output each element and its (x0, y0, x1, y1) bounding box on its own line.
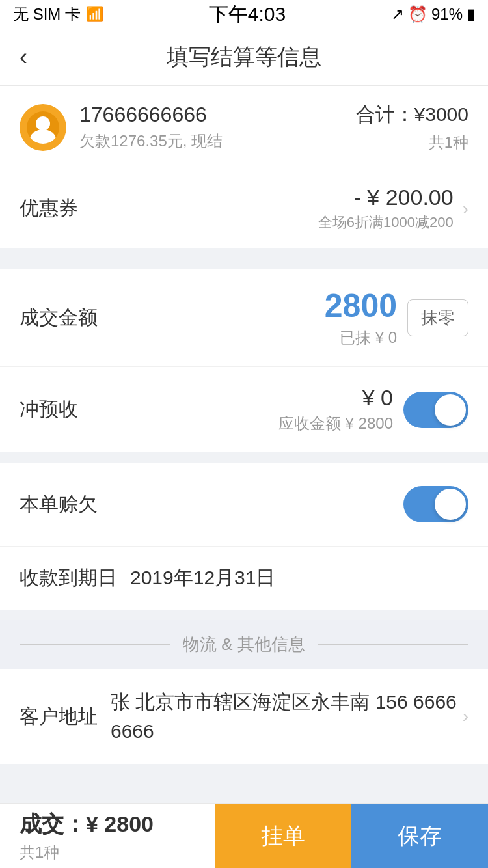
deal-sub: 已抹 ¥ 0 (325, 327, 397, 348)
customer-card: 17666666666 欠款1276.35元, 现结 合计：¥3000 共1种 … (0, 86, 488, 248)
sim-status: 无 SIM 卡 (13, 4, 81, 25)
customer-debt: 欠款1276.35元, 现结 (79, 131, 223, 152)
customer-phone: 17666666666 (79, 103, 223, 127)
duedate-label: 收款到期日 (20, 565, 117, 591)
deferred-row: 本单赊欠 (0, 463, 488, 546)
bottom-deal-value: ¥ 2800 (86, 811, 154, 836)
battery-icon: ▮ (467, 5, 475, 23)
avatar-icon (27, 111, 59, 144)
total-amount: 合计：¥3000 (356, 102, 468, 128)
bottom-bar: 成交：¥ 2800 共1种 挂单 保存 (0, 803, 488, 868)
deal-label: 成交金额 (20, 305, 98, 331)
precollect-toggle[interactable] (403, 392, 468, 428)
address-value: 张 北京市市辖区海淀区永丰南 156 6666 6666 (111, 687, 460, 746)
battery-level: 91% (431, 5, 463, 23)
deferred-toggle[interactable] (403, 486, 468, 522)
status-time: 下午4:03 (209, 1, 286, 28)
precollect-sub: 应收金额 ¥ 2800 (278, 413, 393, 434)
bottom-info: 成交：¥ 2800 共1种 (0, 809, 215, 863)
status-right: ↗ ⏰ 91% ▮ (391, 5, 475, 23)
duedate-row: 收款到期日 2019年12月31日 (0, 546, 488, 610)
customer-left: 17666666666 欠款1276.35元, 现结 (20, 103, 223, 152)
customer-info: 17666666666 欠款1276.35元, 现结 (79, 103, 223, 152)
bottom-count: 共1种 (20, 842, 195, 863)
avatar (20, 104, 66, 151)
sep-line-right (318, 644, 468, 645)
wifi-icon: 📶 (86, 6, 103, 23)
coupon-desc: 全场6折满1000减200 (318, 213, 454, 232)
address-chevron-icon: › (463, 706, 468, 727)
total-value: ¥3000 (414, 103, 468, 125)
section-divider-3 (0, 610, 488, 620)
coupon-right: - ¥ 200.00 全场6折满1000减200 › (318, 185, 468, 232)
page-title: 填写结算等信息 (167, 42, 321, 72)
save-button[interactable]: 保存 (351, 804, 488, 869)
logistics-sep: 物流 & 其他信息 (0, 620, 488, 669)
status-bar: 无 SIM 卡 📶 下午4:03 ↗ ⏰ 91% ▮ (0, 0, 488, 29)
location-icon: ↗ (391, 5, 404, 23)
address-label: 客户地址 (20, 703, 98, 730)
bottom-deal-amount: 成交：¥ 2800 (20, 809, 195, 839)
coupon-amount: - ¥ 200.00 (318, 185, 454, 210)
section-divider-1 (0, 258, 488, 269)
deferred-label: 本单赊欠 (20, 491, 98, 518)
logistics-label: 物流 & 其他信息 (170, 633, 318, 656)
status-left: 无 SIM 卡 📶 (13, 4, 103, 25)
precollect-amount: ¥ 0 (278, 385, 393, 411)
hold-button[interactable]: 挂单 (215, 804, 351, 869)
coupon-label: 优惠券 (20, 195, 78, 222)
precollect-label: 冲预收 (20, 396, 78, 423)
deal-amount-row: 成交金额 2800 已抹 ¥ 0 抹零 (20, 269, 468, 366)
amount-section: 成交金额 2800 已抹 ¥ 0 抹零 (0, 269, 488, 366)
back-button[interactable]: ‹ (20, 44, 27, 71)
duedate-value: 2019年12月31日 (130, 565, 275, 591)
total-count: 共1种 (356, 132, 468, 153)
customer-row: 17666666666 欠款1276.35元, 现结 合计：¥3000 共1种 (0, 86, 488, 169)
bottom-deal-label: 成交： (20, 811, 86, 836)
coupon-row[interactable]: 优惠券 - ¥ 200.00 全场6折满1000减200 › (0, 169, 488, 248)
precollect-row: 冲预收 ¥ 0 应收金额 ¥ 2800 (0, 366, 488, 452)
sep-line-left (20, 644, 170, 645)
deal-value: 2800 (325, 287, 397, 325)
coupon-info: - ¥ 200.00 全场6折满1000减200 (318, 185, 454, 232)
deal-right: 2800 已抹 ¥ 0 抹零 (325, 287, 468, 348)
address-row[interactable]: 客户地址 张 北京市市辖区海淀区永丰南 156 6666 6666 › (0, 669, 488, 764)
section-divider-2 (0, 452, 488, 463)
alarm-icon: ⏰ (408, 5, 427, 23)
nav-bar: ‹ 填写结算等信息 (0, 29, 488, 86)
total-label: 合计： (356, 103, 414, 125)
chevron-right-icon: › (463, 198, 468, 219)
round-button[interactable]: 抹零 (407, 299, 468, 336)
deal-value-wrap: 2800 已抹 ¥ 0 (325, 287, 397, 348)
precollect-right: ¥ 0 应收金额 ¥ 2800 (278, 385, 468, 434)
customer-total: 合计：¥3000 共1种 (356, 102, 468, 153)
precollect-value-wrap: ¥ 0 应收金额 ¥ 2800 (278, 385, 393, 434)
